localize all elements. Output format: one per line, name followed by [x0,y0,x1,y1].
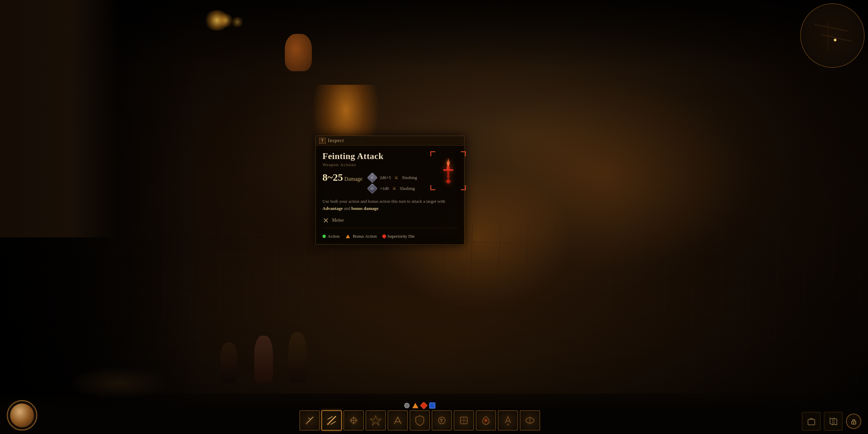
inspect-key: T [319,138,326,144]
minimap-coords: X:258 [851,6,861,9]
action-btn-feinting[interactable] [321,410,342,431]
hud-bottom [0,393,868,434]
weapon-icon-frame [430,151,466,190]
die-icon-1: ⚀ [368,173,377,182]
svg-marker-29 [830,418,837,425]
tag-action-label: Action [328,234,339,239]
melee-row: Melee [322,217,457,228]
dice-formula-2: +1d8 [380,186,389,191]
character-portrait[interactable] [7,400,37,431]
svg-point-14 [327,423,329,425]
candle-decoration [197,7,264,58]
character-secondary [220,342,237,383]
svg-line-11 [328,416,336,425]
svg-point-25 [507,423,509,426]
inventory-btn[interactable] [802,412,821,431]
svg-marker-6 [446,178,451,184]
damage-range: 8~25 [322,172,343,183]
tag-bonus-action: Bonus Action [345,234,377,239]
tag-superiority: Superiority Die [382,234,415,239]
pip-3 [420,402,428,410]
tag-superiority-label: Superiority Die [388,234,415,239]
action-dot [322,235,326,238]
highlight-bonus: bonus damage [351,206,378,211]
hud-right [802,412,868,431]
pip-4 [429,402,435,409]
svg-rect-28 [808,419,815,425]
bonus-action-dot [346,234,350,238]
action-btn-11[interactable] [520,410,540,431]
hud-left [0,400,37,431]
action-btn-9[interactable] [476,410,496,431]
svg-line-13 [331,421,336,425]
svg-rect-4 [443,169,453,171]
superiority-dot [381,234,386,239]
damage-type-1: Slashing [402,175,417,180]
ability-tooltip-card: T Inspect [315,136,465,245]
ability-description: Use both your action and bonus action th… [322,198,457,212]
stone-wall [0,0,119,237]
tag-bonus-label: Bonus Action [353,234,377,239]
pip-1 [404,403,410,408]
svg-line-0 [814,24,848,31]
svg-point-10 [305,422,308,425]
action-btn-shield[interactable] [410,410,430,431]
character-third [288,332,307,383]
slash-1: ⚔ [394,175,398,180]
action-btn-4[interactable] [366,410,386,431]
damage-label: Damage [344,176,362,182]
slash-2: ⚔ [392,186,396,191]
action-btn-5[interactable] [388,410,408,431]
svg-line-12 [328,416,333,419]
die-icon-2: ⚁ [368,184,377,193]
minimap-svg [801,4,864,67]
svg-rect-5 [447,171,449,178]
action-btn-attack[interactable] [299,410,320,431]
svg-line-9 [308,418,310,419]
minimap[interactable]: X:258 [800,3,865,68]
action-icons-row [299,410,540,431]
svg-point-33 [853,422,854,423]
action-btn-8[interactable] [454,410,474,431]
tag-action: Action [322,234,339,239]
melee-icon [322,217,329,224]
dice-info: ⚀ 2d6+5 ⚔ Slashing ⚁ +1d8 ⚔ Slashing [368,173,417,193]
action-bar [37,402,802,431]
dice-row-1: ⚀ 2d6+5 ⚔ Slashing [368,173,417,182]
character-main [254,336,273,383]
highlight-advantage: Advantage [322,206,343,211]
melee-label: Melee [332,218,344,223]
svg-marker-18 [370,416,381,425]
character-group [203,264,373,383]
urn-decoration [285,34,312,71]
minimap-inner: X:258 [801,4,864,67]
action-btn-10[interactable] [498,410,518,431]
tags-row: Action Bonus Action Superiority Die [322,233,457,239]
lock-btn[interactable] [846,414,861,429]
svg-line-1 [821,35,852,41]
svg-point-24 [485,419,487,422]
resource-pips [404,402,435,409]
pip-2 [412,403,418,408]
map-btn[interactable] [824,412,843,431]
action-btn-3[interactable] [343,410,364,431]
action-btn-7[interactable] [432,410,452,431]
inspect-tab[interactable]: T Inspect [316,136,464,146]
dice-row-2: ⚁ +1d8 ⚔ Slashing [368,184,417,193]
damage-type-2: Slashing [400,186,415,191]
dice-formula-1: 2d6+5 [380,175,391,180]
portrait-face [10,403,34,427]
svg-marker-7 [446,158,451,166]
inspect-label: Inspect [328,138,344,143]
